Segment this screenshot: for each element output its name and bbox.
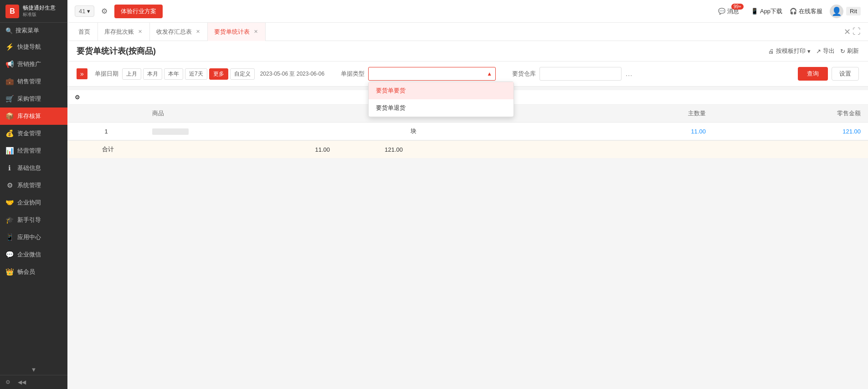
user-info[interactable]: 👤 Rit xyxy=(830,5,861,18)
trial-button[interactable]: 体验行业方案 xyxy=(114,5,163,18)
headset-icon: 🎧 xyxy=(790,8,797,15)
type-filter-label: 单据类型 xyxy=(341,70,365,78)
col-amount-header: 零售金额 xyxy=(713,105,868,123)
app-download-btn[interactable]: 📱 App下载 xyxy=(751,7,782,15)
amount-link-0[interactable]: 121.00 xyxy=(842,128,861,135)
sidebar-item-0[interactable]: ⚡快捷导航 xyxy=(0,38,67,56)
sidebar-item-12[interactable]: 💬企业微信 xyxy=(0,246,67,263)
tab-close-2[interactable]: ✕ xyxy=(252,29,259,35)
topbar-settings-btn[interactable]: ⚙ xyxy=(98,5,111,18)
type-option-0[interactable]: 要货单要货 xyxy=(369,82,514,99)
type-filter-group: 单据类型 ▲ 要货单要货要货单退货 xyxy=(341,67,496,81)
refresh-btn[interactable]: ↻ 刷新 xyxy=(840,47,859,55)
settings-button[interactable]: 设置 xyxy=(832,67,859,81)
sidebar-item-11[interactable]: 📱应用中心 xyxy=(0,229,67,246)
sidebar-footer: ⚙ ◀◀ xyxy=(0,375,67,389)
filter-expand-btn[interactable]: » xyxy=(77,68,87,79)
nav-icon-6: 📊 xyxy=(5,147,14,155)
date-btn-5[interactable]: 自定义 xyxy=(230,68,255,80)
tab-close-0[interactable]: ✕ xyxy=(137,29,143,35)
type-select-arrow[interactable]: ▲ xyxy=(487,71,492,77)
nav-icon-7: ℹ xyxy=(5,164,14,172)
type-select-input[interactable] xyxy=(368,67,496,81)
cell-product-0 xyxy=(145,123,403,140)
tab-close-1[interactable]: ✕ xyxy=(195,29,201,35)
export-icon: ↗ xyxy=(816,48,821,55)
date-btn-1[interactable]: 本月 xyxy=(143,68,162,80)
sidebar-item-13[interactable]: 👑畅会员 xyxy=(0,263,67,281)
sidebar-collapse-btn[interactable]: ◀◀ xyxy=(18,379,26,385)
sidebar-item-5[interactable]: 💰资金管理 xyxy=(0,125,67,142)
nav-label-10: 新手引导 xyxy=(17,216,41,224)
type-option-1[interactable]: 要货单退货 xyxy=(369,99,514,117)
date-btn-4[interactable]: 更多 xyxy=(209,68,228,80)
refresh-label: 刷新 xyxy=(847,47,859,55)
company-selector[interactable]: 41 ▾ xyxy=(75,5,94,17)
date-filter-label: 单据日期 xyxy=(95,70,118,78)
search-menu[interactable]: 🔍 搜索菜单 xyxy=(0,23,67,38)
date-btn-0[interactable]: 上月 xyxy=(122,68,141,80)
cell-seq-0: 1 xyxy=(67,123,145,140)
topbar: 41 ▾ ⚙ 体验行业方案 💬 消息 99+ 📱 App下载 🎧 在线客服 👤 xyxy=(67,0,868,23)
type-select-wrapper: ▲ 要货单要货要货单退货 xyxy=(368,67,496,81)
topbar-left: 41 ▾ ⚙ 体验行业方案 xyxy=(75,5,713,18)
warehouse-more-icon[interactable]: … xyxy=(625,70,632,78)
sidebar-item-10[interactable]: 🎓新手引导 xyxy=(0,211,67,229)
sidebar-item-8[interactable]: ⚙系统管理 xyxy=(0,177,67,194)
service-btn[interactable]: 🎧 在线客服 xyxy=(790,7,822,15)
sidebar-item-3[interactable]: 🛒采购管理 xyxy=(0,90,67,107)
sidebar-settings-icon[interactable]: ⚙ xyxy=(5,379,10,385)
date-btn-2[interactable]: 本年 xyxy=(164,68,183,80)
close-icon: ✕ xyxy=(844,27,851,37)
table-settings-icon[interactable]: ⚙ xyxy=(75,94,80,101)
nav-icon-9: 🤝 xyxy=(5,199,14,207)
page-content: 要货单统计表(按商品) 🖨 按模板打印 ▾ ↗ 导出 ↻ 刷新 » xyxy=(67,41,868,389)
print-btn[interactable]: 🖨 按模板打印 ▾ xyxy=(768,47,811,55)
footer-label: 合计 xyxy=(75,145,166,154)
print-icon: 🖨 xyxy=(768,48,774,55)
sidebar-header: B 畅捷通好生意 标准版 xyxy=(0,0,67,23)
topbar-right: 💬 消息 99+ 📱 App下载 🎧 在线客服 👤 Rit xyxy=(718,5,861,18)
export-btn[interactable]: ↗ 导出 xyxy=(816,47,835,55)
type-dropdown-menu: 要货单要货要货单退货 xyxy=(368,82,514,117)
nav-icon-4: 📦 xyxy=(5,112,14,120)
sidebar-item-7[interactable]: ℹ基础信息 xyxy=(0,159,67,177)
message-icon: 💬 xyxy=(718,8,725,15)
sidebar: B 畅捷通好生意 标准版 🔍 搜索菜单 ⚡快捷导航📢营销推广💼销售管理🛒采购管理… xyxy=(0,0,67,389)
query-button[interactable]: 查询 xyxy=(798,67,828,81)
nav-label-6: 经营管理 xyxy=(17,147,41,155)
footer-total-label: 合计 xyxy=(102,146,114,153)
date-btn-3[interactable]: 近7天 xyxy=(185,68,207,80)
sidebar-item-4[interactable]: 📦库存核算 xyxy=(0,107,67,125)
chevron-down-icon: ▾ xyxy=(807,48,811,55)
sidebar-item-9[interactable]: 🤝企业协同 xyxy=(0,194,67,211)
table-footer: 合计 11.00 121.00 xyxy=(67,140,868,158)
cell-qty-0: 11.00 xyxy=(558,123,713,140)
service-label: 在线客服 xyxy=(799,7,822,15)
col-seq-header xyxy=(67,105,145,123)
tab-label-1: 收发存汇总表 xyxy=(156,28,192,36)
warehouse-input[interactable] xyxy=(539,67,621,81)
download-icon: 📱 xyxy=(751,8,758,15)
sidebar-item-6[interactable]: 📊经营管理 xyxy=(0,142,67,159)
search-menu-label: 搜索菜单 xyxy=(15,26,39,35)
sidebar-item-1[interactable]: 📢营销推广 xyxy=(0,56,67,73)
tab-0[interactable]: 库存批次账✕ xyxy=(98,23,150,41)
nav-label-0: 快捷导航 xyxy=(17,43,41,51)
nav-label-13: 畅会员 xyxy=(17,268,35,276)
sidebar-scroll-down[interactable]: ▼ xyxy=(0,364,67,375)
tab-home[interactable]: 首页 xyxy=(71,23,98,41)
tab-1[interactable]: 收发存汇总表✕ xyxy=(150,23,208,41)
warehouse-label: 要货仓库 xyxy=(512,70,536,78)
footer-quantity: 11.00 xyxy=(275,146,330,153)
tab-2[interactable]: 要货单统计表✕ xyxy=(208,23,266,41)
date-range: 2023-05-06 至 2023-06-06 xyxy=(260,70,324,78)
main-content: 41 ▾ ⚙ 体验行业方案 💬 消息 99+ 📱 App下载 🎧 在线客服 👤 xyxy=(67,0,868,389)
message-btn[interactable]: 💬 消息 99+ xyxy=(718,7,739,15)
sidebar-item-2[interactable]: 💼销售管理 xyxy=(0,73,67,90)
company-num: 41 xyxy=(79,8,85,15)
page-title: 要货单统计表(按商品) xyxy=(77,46,156,56)
qty-link-0[interactable]: 11.00 xyxy=(691,128,706,135)
close-all-tabs[interactable]: ✕ ⛶ xyxy=(840,27,864,37)
search-icon: 🔍 xyxy=(5,27,13,34)
